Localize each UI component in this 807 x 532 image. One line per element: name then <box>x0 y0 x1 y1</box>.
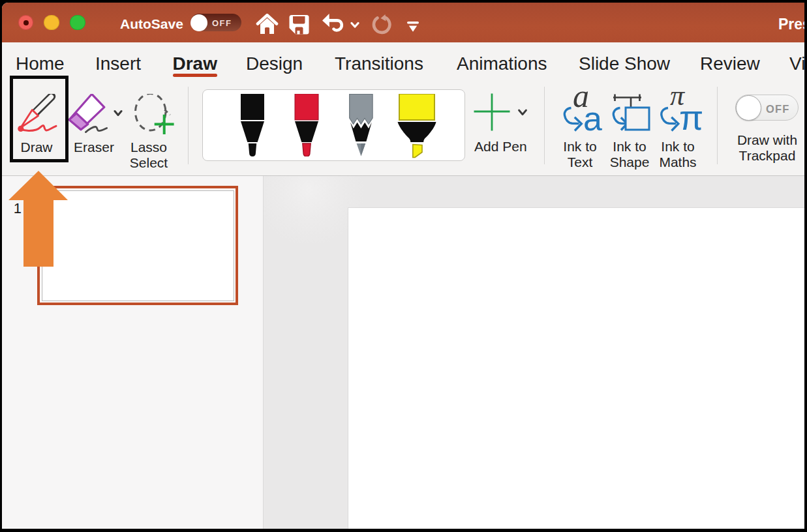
svg-text:a: a <box>583 100 602 135</box>
svg-text:π: π <box>679 98 703 135</box>
